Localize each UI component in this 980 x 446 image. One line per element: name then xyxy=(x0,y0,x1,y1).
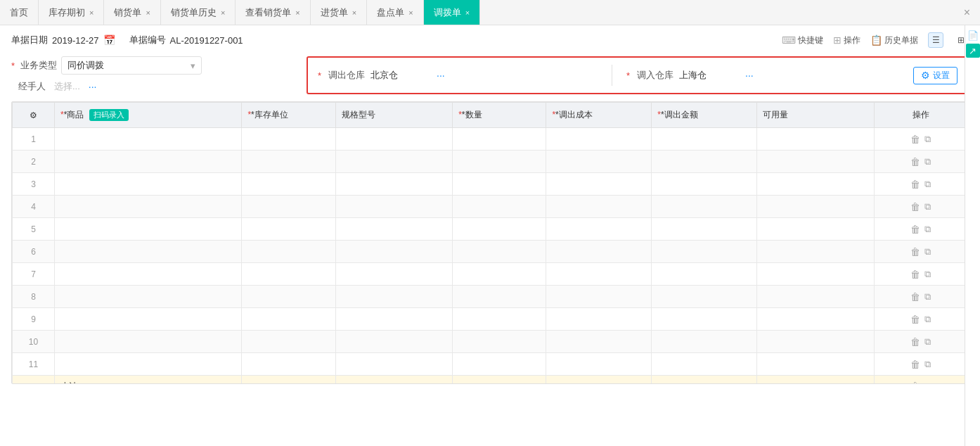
cell-spec[interactable] xyxy=(335,218,453,241)
tab-inventory-init-close[interactable]: × xyxy=(89,8,94,17)
tab-view-sales[interactable]: 查看销货单 × xyxy=(236,0,310,25)
cell-cost[interactable] xyxy=(546,308,652,331)
tab-inventory-init[interactable]: 库存期初 × xyxy=(39,0,104,25)
copy-row-icon[interactable]: ⧉ xyxy=(924,201,931,212)
cell-qty[interactable] xyxy=(453,196,546,218)
copy-row-icon[interactable]: ⧉ xyxy=(924,314,931,325)
cell-unit[interactable] xyxy=(242,286,335,308)
cell-cost[interactable] xyxy=(546,286,652,308)
cell-available[interactable] xyxy=(757,331,875,353)
cell-spec[interactable] xyxy=(335,241,453,263)
cell-cost[interactable] xyxy=(546,331,652,353)
copy-row-icon[interactable]: ⧉ xyxy=(924,269,931,280)
th-settings[interactable]: ⚙ xyxy=(13,103,55,128)
tab-sales-history-close[interactable]: × xyxy=(221,8,225,17)
cell-spec[interactable] xyxy=(335,128,453,151)
cell-available[interactable] xyxy=(757,173,875,196)
delete-row-icon[interactable]: 🗑 xyxy=(910,291,920,302)
copy-row-icon[interactable]: ⧉ xyxy=(924,156,931,167)
copy-row-icon[interactable]: ⧉ xyxy=(924,291,931,302)
copy-row-icon[interactable]: ⧉ xyxy=(924,224,931,235)
delete-row-icon[interactable]: 🗑 xyxy=(910,201,920,212)
table-scroll-area[interactable]: ⚙ **商品 扫码录入 **库存单位 规格型号 xyxy=(12,102,968,383)
tab-view-sales-close[interactable]: × xyxy=(295,8,299,17)
delete-row-icon[interactable]: 🗑 xyxy=(910,134,920,145)
cell-qty[interactable] xyxy=(453,353,546,376)
delete-row-icon[interactable]: 🗑 xyxy=(910,156,920,167)
tab-purchase-order-close[interactable]: × xyxy=(352,8,356,17)
delete-row-icon[interactable]: 🗑 xyxy=(910,314,920,325)
cell-spec[interactable] xyxy=(335,263,453,286)
tab-sales-history[interactable]: 销货单历史 × xyxy=(161,0,236,25)
cell-unit[interactable] xyxy=(242,151,335,173)
cell-amount[interactable] xyxy=(652,241,757,263)
cell-cost[interactable] xyxy=(546,263,652,286)
cell-unit[interactable] xyxy=(242,263,335,286)
copy-row-icon[interactable]: ⧉ xyxy=(924,179,931,190)
cell-amount[interactable] xyxy=(652,218,757,241)
calendar-icon[interactable]: 📅 xyxy=(103,34,115,46)
delete-row-icon[interactable]: 🗑 xyxy=(910,224,920,235)
cell-amount[interactable] xyxy=(652,196,757,218)
cell-product[interactable] xyxy=(54,331,241,353)
sidebar-expand-icon[interactable]: ↗ xyxy=(966,44,980,58)
cell-qty[interactable] xyxy=(453,331,546,353)
cell-product[interactable] xyxy=(54,173,241,196)
cell-amount[interactable] xyxy=(652,331,757,353)
tab-inventory-count[interactable]: 盘点单 × xyxy=(367,0,423,25)
tab-transfer-order-close[interactable]: × xyxy=(465,8,470,17)
cell-qty[interactable] xyxy=(453,173,546,196)
view-list-button[interactable]: ☰ xyxy=(928,32,943,48)
cell-available[interactable] xyxy=(757,196,875,218)
delete-row-icon[interactable]: 🗑 xyxy=(910,359,920,370)
cell-cost[interactable] xyxy=(546,151,652,173)
out-warehouse-more-icon[interactable]: ··· xyxy=(437,70,445,81)
handler-more-icon[interactable]: ··· xyxy=(89,81,97,92)
cell-unit[interactable] xyxy=(242,353,335,376)
tab-sales-order[interactable]: 销货单 × xyxy=(104,0,160,25)
tab-home[interactable]: 首页 xyxy=(0,0,39,25)
subtotal-copy-icon[interactable]: ⧉ xyxy=(924,381,931,383)
cell-product[interactable] xyxy=(54,151,241,173)
business-type-dropdown[interactable]: 同价调拨 ▾ xyxy=(61,56,202,75)
cell-spec[interactable] xyxy=(335,331,453,353)
cell-product[interactable] xyxy=(54,263,241,286)
cell-spec[interactable] xyxy=(335,286,453,308)
cell-unit[interactable] xyxy=(242,241,335,263)
cell-unit[interactable] xyxy=(242,173,335,196)
cell-available[interactable] xyxy=(757,353,875,376)
subtotal-delete-icon[interactable]: 🗑 xyxy=(910,381,920,383)
cell-unit[interactable] xyxy=(242,331,335,353)
delete-row-icon[interactable]: 🗑 xyxy=(910,246,920,257)
cell-product[interactable] xyxy=(54,353,241,376)
cell-unit[interactable] xyxy=(242,308,335,331)
cell-qty[interactable] xyxy=(453,263,546,286)
handler-select[interactable]: 选择... xyxy=(54,80,80,93)
cell-amount[interactable] xyxy=(652,128,757,151)
copy-row-icon[interactable]: ⧉ xyxy=(924,359,931,370)
tab-transfer-order[interactable]: 调拨单 × xyxy=(424,0,480,25)
history-button[interactable]: 📋 历史单据 xyxy=(870,34,918,46)
cell-amount[interactable] xyxy=(652,286,757,308)
cell-amount[interactable] xyxy=(652,151,757,173)
close-all-tabs[interactable]: × xyxy=(960,6,974,19)
cell-available[interactable] xyxy=(757,151,875,173)
delete-row-icon[interactable]: 🗑 xyxy=(910,179,920,190)
copy-row-icon[interactable]: ⧉ xyxy=(924,246,931,257)
cell-spec[interactable] xyxy=(335,308,453,331)
tab-purchase-order[interactable]: 进货单 × xyxy=(311,0,367,25)
shortcuts-button[interactable]: ⌨ 快捷键 xyxy=(782,34,823,46)
cell-cost[interactable] xyxy=(546,128,652,151)
cell-amount[interactable] xyxy=(652,173,757,196)
copy-row-icon[interactable]: ⧉ xyxy=(924,336,931,348)
cell-cost[interactable] xyxy=(546,196,652,218)
cell-qty[interactable] xyxy=(453,241,546,263)
cell-available[interactable] xyxy=(757,308,875,331)
cell-unit[interactable] xyxy=(242,128,335,151)
cell-product[interactable] xyxy=(54,218,241,241)
cell-available[interactable] xyxy=(757,286,875,308)
cell-cost[interactable] xyxy=(546,241,652,263)
cell-cost[interactable] xyxy=(546,173,652,196)
column-settings-icon[interactable]: ⚙ xyxy=(30,110,37,120)
scan-input-button[interactable]: 扫码录入 xyxy=(89,109,129,121)
